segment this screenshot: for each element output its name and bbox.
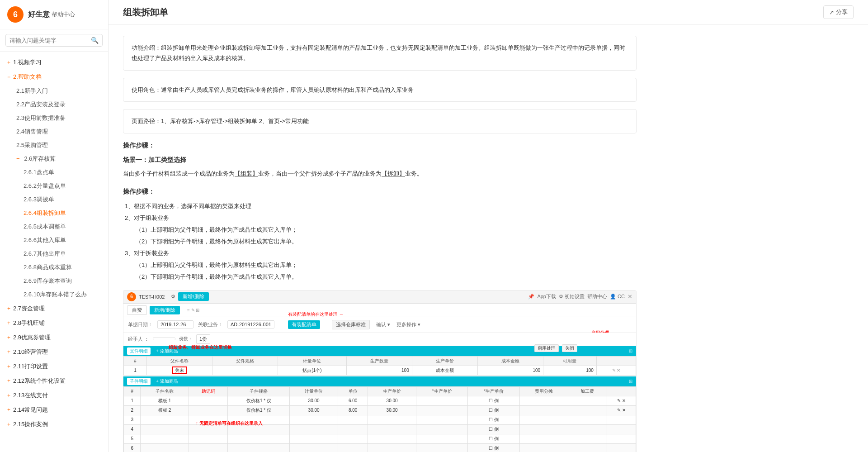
sidebar-item-2-6[interactable]: − 2.6库存核算: [0, 152, 108, 166]
mock-nav-icons: ≡ ✎ ⊞: [187, 308, 199, 313]
mock-label-bizno: 关联业务：: [198, 321, 223, 328]
mock-input-count[interactable]: 1份: [196, 334, 210, 344]
search-input[interactable]: [9, 37, 91, 44]
mock-input-num[interactable]: [153, 338, 175, 340]
step-3-2: （2）下部明细为子件明细，最终作为产成品生成其它入库单。: [136, 271, 637, 283]
steps-title: 操作步骤：: [123, 142, 637, 150]
mock-th-parent-spec: 父件规格: [212, 356, 278, 366]
step-1: 1、根据不同的业务，选择不同单据的类型来处理: [125, 200, 637, 212]
mock-close-icon[interactable]: ✕: [627, 293, 632, 300]
page-title: 组装拆卸单: [123, 6, 168, 19]
sidebar-item-2-7[interactable]: + 2.7资金管理: [0, 301, 108, 316]
sidebar-item-2-6-2[interactable]: 2.6.2分量盘点单: [0, 179, 108, 193]
search-box[interactable]: 🔍: [5, 34, 103, 47]
sidebar-item-2-6-6[interactable]: 2.6.6其他入库单: [0, 233, 108, 247]
sidebar: 6 好生意 帮助中心 🔍 + 1.视频学习 − 2.帮助文档 2.1新手入门 2…: [0, 0, 108, 452]
sidebar-item-2-6-4[interactable]: 2.6.4组装拆卸单: [0, 206, 108, 220]
mock-expand-child-icon[interactable]: ⊞: [629, 379, 632, 384]
mock-expand-icon[interactable]: ⊞: [629, 348, 632, 353]
mock-cell-name[interactable]: 关末: [172, 366, 187, 374]
mock-th-cost: 成本金额: [477, 356, 543, 366]
expand-icon-2-11: +: [7, 363, 10, 370]
sidebar-item-2-6-9[interactable]: 2.6.9库存账本查询: [0, 274, 108, 288]
step-3: 3、对于拆装业务: [125, 247, 637, 259]
mock-th-parent-name: 父件名称: [146, 356, 212, 366]
mock-parent-table: # 父件名称 父件规格 计量单位 生产数量 生产单价 成本金额 可用量: [123, 356, 636, 376]
mock-label-date: 单据日期：: [128, 321, 153, 328]
intro-block-3: 页面路径：1、库存核算->库存管理->组装拆卸单 2、首页->常用功能: [123, 109, 637, 133]
sidebar-item-2-3[interactable]: 2.3使用前数据准备: [0, 111, 108, 125]
mock-label-num: 经手人 ：: [128, 336, 149, 343]
sidebar-item-2-6-8[interactable]: 2.6.8商品成本重算: [0, 261, 108, 274]
mock-btn-confirm[interactable]: 确认 ▾: [376, 321, 390, 328]
share-button[interactable]: ↗ 分享: [823, 5, 854, 19]
intro-block-2: 使用角色：通常由生产人员或库管人员完成折装业务的操作，库管人员确认原材料的出库和…: [123, 78, 637, 102]
mock-row-ops[interactable]: ✎ ✕: [612, 368, 621, 373]
sidebar-item-2-11[interactable]: + 2.11打印设置: [0, 359, 108, 374]
table-row: 5 ☐ 倒: [124, 434, 636, 443]
mock-tab-parent[interactable]: 父件明细: [127, 347, 151, 355]
sidebar-item-1[interactable]: + 1.视频学习: [0, 55, 108, 70]
sidebar-item-2-5[interactable]: 2.5采购管理: [0, 138, 108, 152]
sidebar-item-2-10[interactable]: + 2.10经营管理: [0, 345, 108, 359]
steps-list: 1、根据不同的业务，选择不同单据的类型来处理 2、对于组装业务 （1）上部明细为…: [125, 200, 637, 283]
mock-btn-select-warehouse[interactable]: 选择仓库标准: [332, 320, 370, 329]
sidebar-item-2-2[interactable]: 2.2产品安装及登录: [0, 98, 108, 111]
annotation-has-bom: 有装配清单的在这里处理 →: [288, 311, 344, 318]
mock-nav-home[interactable]: 自费: [127, 305, 147, 315]
mock-child-ops2[interactable]: ✎ ✕: [617, 408, 626, 413]
step-2-1: （1）上部明细为父件明细，最终作为产成品生成其它入库单；: [136, 224, 637, 236]
sidebar-item-2-8[interactable]: + 2.8手机旺铺: [0, 316, 108, 330]
expand-icon-2-9: +: [7, 334, 10, 341]
mock-test-id: TEST-H002: [139, 294, 165, 300]
mock-input-bizno[interactable]: AD-20191226-001: [227, 320, 274, 328]
expand-icon-2-15: +: [7, 421, 10, 428]
app-logo: 6: [7, 6, 24, 23]
sidebar-item-2-12[interactable]: + 2.12系统个性化设置: [0, 374, 108, 388]
sidebar-item-2-15[interactable]: + 2.15操作案例: [0, 417, 108, 432]
mock-nav-new[interactable]: 新增/删除: [150, 306, 180, 314]
sidebar-item-2-6-1[interactable]: 2.6.1盘点单: [0, 166, 108, 179]
mock-btn-more[interactable]: 更多操作 ▾: [396, 321, 420, 328]
expand-icon-2-8: +: [7, 320, 10, 326]
search-icon[interactable]: 🔍: [91, 37, 99, 44]
table-row: 2 模板 2 仅价格1 * 仅 30.00 8.00 30.00 ☐ 倒: [124, 405, 636, 415]
sidebar-item-2[interactable]: − 2.帮助文档: [0, 70, 108, 84]
mock-child-table: # 子件名称 助记码 子件规格 计量单位 单位 生产单价 *生产单价 *生产单价…: [123, 386, 636, 452]
step-2: 2、对于组装业务: [125, 212, 637, 224]
main-content: 组装拆卸单 ↗ 分享 功能介绍：组装拆卸单用来处理企业组装或拆卸等加工业务，支持…: [108, 0, 868, 452]
sidebar-item-2-4[interactable]: 2.4销售管理: [0, 125, 108, 138]
mock-th-prod-price: 生产单价: [412, 356, 477, 366]
mock-icon-help: 帮助中心: [587, 293, 607, 300]
mock-th-available: 可用量: [543, 356, 597, 366]
nav-tree: + 1.视频学习 − 2.帮助文档 2.1新手入门 2.2产品安装及登录 2.3…: [0, 52, 108, 452]
sidebar-item-2-6-5[interactable]: 2.6.5成本调整单: [0, 220, 108, 233]
mock-th-prod-qty: 生产数量: [346, 356, 412, 366]
sidebar-item-2-6-7[interactable]: 2.6.7其他出库单: [0, 247, 108, 261]
expand-icon-2-14: +: [7, 407, 10, 413]
scenario1-title: 场景一：加工类型选择: [123, 156, 637, 164]
mock-child-ops[interactable]: ✎ ✕: [617, 398, 626, 403]
mock-tab-child[interactable]: 子件明细: [127, 378, 151, 385]
mock-btn-has-bom[interactable]: 有装配清单 有装配清单的在这里处理 →: [288, 320, 320, 329]
sidebar-item-2-6-3[interactable]: 2.6.3调拨单: [0, 193, 108, 206]
sidebar-item-2-13[interactable]: + 2.13在线支付: [0, 388, 108, 403]
logo-area: 6 好生意 帮助中心: [0, 0, 108, 29]
mock-section-child: 子件明细 + 添加商品 ⊞: [123, 376, 636, 386]
sidebar-item-2-1[interactable]: 2.1新手入门: [0, 84, 108, 98]
mock-input-date[interactable]: 2019-12-26: [157, 320, 193, 328]
sidebar-item-2-14[interactable]: + 2.14常见问题: [0, 403, 108, 417]
mock-enable-btn[interactable]: 启用处理 关闭: [534, 345, 577, 352]
mock-add-row-child[interactable]: + 添加商品: [156, 378, 178, 385]
mock-icon-apps: App下载: [537, 293, 556, 300]
mock-app-logo: 6: [127, 292, 136, 301]
table-row: 1 关末 括点(1个) 100 成本金额 100 100 ✎ ✕: [124, 366, 636, 375]
expand-icon-2-10: +: [7, 349, 10, 355]
step-3-1: （1）上部明细为父件明细，最终作为原材料生成其它出库单；: [136, 259, 637, 271]
mock-tab-add-del[interactable]: 新增/删除: [178, 292, 208, 301]
content-area: 功能介绍：组装拆卸单用来处理企业组装或拆卸等加工业务，支持有固定装配清单的产品加…: [108, 25, 651, 452]
scenario1-desc: 当由多个子件材料组装成一个成品的业务为【组装】业务，当由一个父件拆分成多个子产品…: [123, 168, 637, 180]
table-row: 1 模板 1 仅价格1 * 仅 30.00 6.00 30.00 ☐ 倒: [124, 396, 636, 405]
sidebar-item-2-9[interactable]: + 2.9优惠券管理: [0, 330, 108, 345]
sidebar-item-2-6-10[interactable]: 2.6.10库存账本错了么办: [0, 288, 108, 301]
